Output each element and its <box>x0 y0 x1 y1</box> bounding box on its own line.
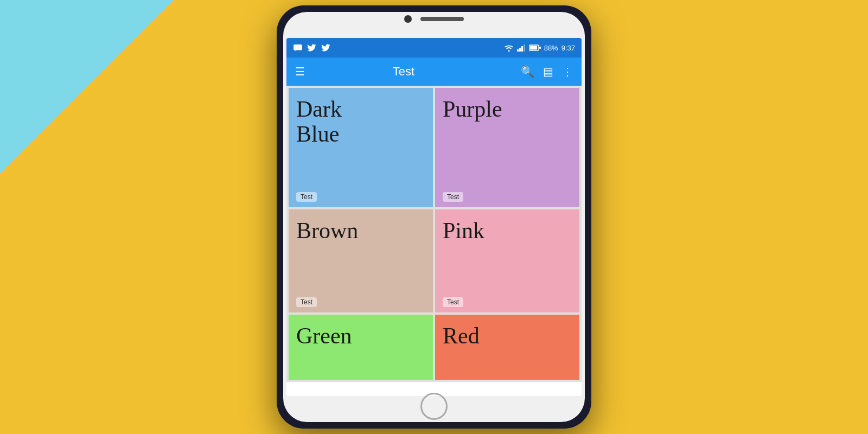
phone-top-bar <box>404 15 464 23</box>
home-button[interactable] <box>420 393 448 420</box>
chat-icon <box>293 44 303 52</box>
card-green[interactable]: Green <box>289 315 433 380</box>
twitter-icon-1 <box>307 44 317 52</box>
svg-rect-4 <box>521 46 523 52</box>
svg-rect-3 <box>519 48 521 52</box>
card-brown-title: Brown <box>296 218 425 243</box>
svg-marker-1 <box>295 50 297 51</box>
card-purple-title: Purple <box>443 97 572 122</box>
battery-percent: 88% <box>544 44 558 52</box>
signal-icon <box>517 44 526 52</box>
card-pink-badge: Test <box>443 297 463 307</box>
view-toggle-icon[interactable]: ▤ <box>541 63 556 80</box>
toolbar-right-actions: 🔍 ▤ ⋮ <box>519 63 575 80</box>
card-green-title: Green <box>296 323 425 348</box>
card-brown-badge: Test <box>296 297 317 307</box>
card-red[interactable]: Red <box>435 315 579 380</box>
svg-rect-5 <box>524 44 525 52</box>
status-left-icons <box>293 44 331 52</box>
svg-rect-8 <box>539 47 541 49</box>
background-corner <box>0 0 174 174</box>
toolbar-title: Test <box>294 65 513 79</box>
phone-device: 88% 9:37 ☰ Test 🔍 ▤ ⋮ DarkBlue Test Purp… <box>277 5 591 429</box>
twitter-icon-2 <box>321 44 331 52</box>
svg-rect-0 <box>293 44 302 50</box>
card-pink-title: Pink <box>443 218 572 243</box>
more-options-icon[interactable]: ⋮ <box>560 63 575 80</box>
camera <box>404 15 412 23</box>
svg-rect-7 <box>529 46 537 50</box>
card-red-title: Red <box>443 323 572 348</box>
card-purple-badge: Test <box>443 192 463 202</box>
time-display: 9:37 <box>561 44 575 52</box>
status-right-info: 88% 9:37 <box>504 44 575 52</box>
app-toolbar: ☰ Test 🔍 ▤ ⋮ <box>286 58 582 86</box>
card-dark-blue-title: DarkBlue <box>296 97 425 146</box>
color-grid: DarkBlue Test Purple Test Brown Test Pin… <box>286 86 582 382</box>
phone-screen: 88% 9:37 ☰ Test 🔍 ▤ ⋮ DarkBlue Test Purp… <box>286 38 582 396</box>
search-icon[interactable]: 🔍 <box>519 63 537 80</box>
card-dark-blue[interactable]: DarkBlue Test <box>289 88 433 207</box>
svg-rect-2 <box>517 49 519 52</box>
card-pink[interactable]: Pink Test <box>435 209 579 312</box>
speaker <box>420 17 464 21</box>
battery-icon <box>529 44 541 51</box>
wifi-icon <box>504 44 514 52</box>
status-bar: 88% 9:37 <box>286 38 582 58</box>
card-purple[interactable]: Purple Test <box>435 88 579 207</box>
card-dark-blue-badge: Test <box>296 192 317 202</box>
card-brown[interactable]: Brown Test <box>289 209 433 312</box>
